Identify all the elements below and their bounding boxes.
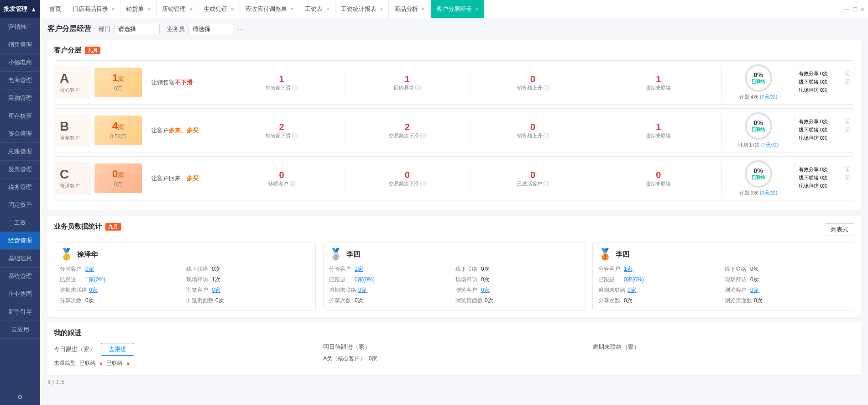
staff-card-0: 🥇 徐泽华 分管客户 0家 线下联络 0次 已跟进 (54, 242, 316, 310)
sidebar-item-tax[interactable]: 税务管理 (0, 179, 40, 196)
tab-sales-order[interactable]: 销货单 × (120, 0, 156, 18)
sidebar-item-ecommerce[interactable]: 电商管理 (0, 72, 40, 89)
staff-stat-val[interactable]: 0家 (212, 286, 220, 294)
sidebar-footer-settings[interactable]: ⚙ (0, 389, 40, 405)
sidebar-item-finance[interactable]: 资金管理 (0, 125, 40, 143)
dept-select[interactable]: 请选择 (114, 24, 160, 34)
tab-store-products[interactable]: 门店商品目录 × (67, 0, 120, 18)
sidebar-item-invoice[interactable]: 发票管理 (0, 161, 40, 179)
staff-stat-item: 分管客户 1家 (598, 265, 722, 273)
info-icon[interactable]: i (290, 181, 295, 186)
info-icon[interactable]: i (845, 79, 850, 84)
tab-product-analysis[interactable]: 商品分析 × (389, 0, 430, 18)
sidebar-item-ecommerce-small[interactable]: 小畅电商 (0, 54, 40, 72)
close-icon[interactable]: × (112, 6, 115, 12)
close-icon[interactable]: × (476, 6, 478, 12)
staff-stat-val[interactable]: 0家 (627, 286, 636, 294)
contact-plan-link[interactable]: (7天/次) (760, 94, 778, 100)
info-icon[interactable]: i (292, 133, 298, 138)
staff-stat-item: 浏览客户 0家 (455, 286, 579, 294)
staff-stat-val[interactable]: 1家(0%) (85, 276, 105, 284)
sidebar-item-salary[interactable]: 工资 (0, 214, 40, 232)
sidebar-header[interactable]: 批发管理 ▲ (0, 0, 40, 18)
tier-a-count-box: 1家 0万 (91, 62, 146, 103)
tab-payroll[interactable]: 工资表 × (299, 0, 335, 18)
main-area: 首页 门店商品目录 × 销货单 × 店铺管理 × 生成凭证 × 应收应付调整单 … (40, 0, 868, 405)
tier-stat-item: 2 销售额下滑 i (219, 118, 345, 143)
tab-payroll-report[interactable]: 工资统计报表 × (335, 0, 389, 18)
info-icon[interactable]: i (415, 85, 421, 90)
window-close-icon[interactable]: × (861, 5, 864, 13)
info-icon[interactable]: i (845, 167, 850, 172)
contact-circle: 0% 已联络 (745, 112, 772, 140)
info-icon[interactable]: i (544, 181, 549, 186)
staff-stat-item: 线下联络 0次 (186, 265, 310, 273)
sidebar-item-inventory[interactable]: 库存核算 (0, 107, 40, 125)
staff-stat-item: 已跟进 1家(0%) (60, 276, 183, 284)
tier-a-label: A 核心客户 (54, 66, 91, 99)
salesperson-select[interactable]: 请选择 (188, 24, 234, 34)
tab-ar-ap[interactable]: 应收应付调整单 × (240, 0, 299, 18)
tier-c-count-box: 0家 0万 (91, 158, 146, 199)
page-header: 客户分层经营 部门 请选择 业务员 请选择 ··· (47, 24, 861, 34)
close-icon[interactable]: × (291, 6, 293, 12)
go-followup-button[interactable]: 去跟进 (101, 343, 134, 356)
followup-grid: 今日跟进（家） 去跟进 未跟踪型 已联络 ● 已联络 ● 明日待跟进（家） A类… (54, 343, 854, 369)
sidebar-item-basic[interactable]: 基础信息 (0, 250, 40, 268)
close-icon[interactable]: × (231, 6, 234, 12)
window-minimize-icon[interactable]: — (843, 5, 849, 13)
sidebar-item-purchase[interactable]: 采购管理 (0, 89, 40, 107)
close-icon[interactable]: × (189, 6, 192, 12)
sidebar-item-system[interactable]: 系统管理 (0, 268, 40, 285)
followup-overdue-col: 逾期未联络（家） (592, 343, 854, 369)
sidebar-item-assets[interactable]: 固定资产 (0, 196, 40, 214)
sidebar-item-enterprise[interactable]: 企业协同 (0, 285, 40, 303)
tab-home[interactable]: 首页 (44, 0, 67, 18)
sidebar-collapse-icon[interactable]: ▲ (31, 6, 37, 13)
sidebar-item-marketing[interactable]: 营销推广 (0, 18, 40, 36)
staff-stat-val[interactable]: 0家 (85, 265, 94, 273)
staff-stat-val[interactable]: 0家 (481, 286, 490, 294)
sidebar-item-cloud[interactable]: 云应用 (0, 321, 40, 339)
close-icon[interactable]: × (326, 6, 329, 12)
customer-tier-title: 客户分层 九月 (54, 46, 854, 55)
close-icon[interactable]: × (380, 6, 383, 12)
close-icon[interactable]: × (147, 6, 150, 12)
contact-plan-link[interactable]: (7天/次) (761, 142, 779, 147)
info-icon[interactable]: i (544, 133, 549, 138)
info-icon[interactable]: i (845, 71, 850, 76)
staff-stat-val[interactable]: 0家 (89, 286, 98, 294)
staff-stat-item: 逾期未联络 0家 (329, 286, 453, 294)
window-maximize-icon[interactable]: □ (853, 5, 857, 13)
tab-store-mgmt[interactable]: 店铺管理 × (157, 0, 198, 18)
staff-stat-val[interactable]: 0家(0%) (355, 276, 375, 284)
sidebar-item-sales[interactable]: 销售管理 (0, 36, 40, 54)
info-icon[interactable]: i (420, 181, 426, 186)
more-filter-icon[interactable]: ··· (238, 25, 244, 33)
tier-a-contact: 0% 已联络 计划 4次 (7天/次) (722, 61, 795, 104)
contact-plan-link[interactable]: (0天/次) (760, 190, 778, 195)
tab-customer-tier[interactable]: 客户分层经营 × (431, 0, 484, 18)
sidebar-item-ledger[interactable]: 总账管理 (0, 143, 40, 161)
tab-voucher[interactable]: 生成凭证 × (198, 0, 240, 18)
tier-stat-item: 0 销售额上升 i (471, 70, 596, 95)
list-view-button[interactable]: 列表式 (825, 223, 854, 236)
sidebar-item-guide[interactable]: 新手引导 (0, 303, 40, 321)
info-icon[interactable]: i (845, 127, 850, 132)
sidebar-item-management[interactable]: 经营管理 (0, 232, 40, 250)
salesperson-label: 业务员 (167, 25, 185, 33)
tier-b-stats: 2 销售额下滑 i 2 交易频次下滑 i 0 销售额上升 i 1 逾期未联络 (219, 118, 722, 143)
staff-stat-val[interactable]: 0家 (750, 286, 759, 294)
staff-name-1: 李四 (346, 250, 360, 259)
info-icon[interactable]: i (845, 119, 850, 124)
info-icon[interactable]: i (845, 175, 850, 180)
staff-stat-val[interactable]: 0家(0%) (624, 276, 644, 284)
staff-stat-val[interactable]: 0家 (358, 286, 367, 294)
staff-stat-val[interactable]: 1家 (624, 265, 633, 273)
close-icon[interactable]: × (422, 6, 424, 12)
info-icon[interactable]: i (292, 85, 298, 90)
tier-b-side-stats: 有效分享 0次 i 线下联络 0次 i 现场拜访 0次 (795, 115, 854, 147)
staff-stat-val[interactable]: 1家 (355, 265, 363, 273)
info-icon[interactable]: i (544, 85, 549, 90)
info-icon[interactable]: i (420, 133, 426, 138)
